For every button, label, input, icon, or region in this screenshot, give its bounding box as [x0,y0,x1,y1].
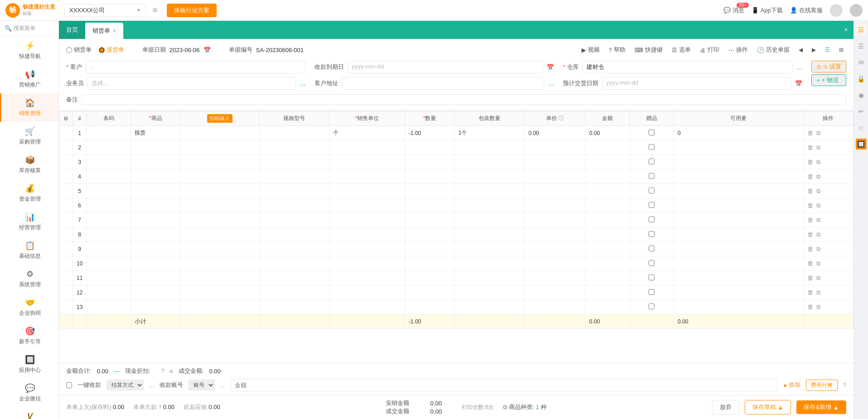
row-price-9[interactable] [524,256,585,271]
expense-help-icon[interactable]: ? [843,382,846,389]
video-button[interactable]: ▶ 视频 [579,44,602,55]
row-product-1[interactable] [131,140,180,155]
row-gift-2[interactable] [630,155,674,169]
row-settings-0[interactable] [59,126,73,140]
price-info-icon[interactable]: ⓘ [558,115,564,121]
tab-close-icon[interactable]: × [113,28,116,34]
shortcut-button[interactable]: ⌨ 快捷键 [632,44,665,55]
sidebar-item-member[interactable]: V 畅会员 [0,407,58,419]
row-unit-4[interactable] [329,184,405,198]
copy-row-icon-9[interactable]: ⧉ [816,260,820,267]
row-pack-qty-3[interactable] [455,169,525,184]
row-spec-4[interactable] [259,184,330,198]
arrears-info-icon[interactable]: ? [159,404,162,410]
col-scan[interactable]: 扫码录入 [180,111,259,126]
delete-row-icon-4[interactable]: 🗑 [807,188,813,194]
col-settings[interactable]: ⚙ [59,111,73,126]
form-settings-button[interactable]: ⊙ ⊙ 设置 [811,61,846,72]
try-industry-button[interactable]: 体验行业方案 [167,4,217,17]
calendar-icon[interactable]: 📅 [204,47,211,53]
row-unit-1[interactable] [329,140,405,155]
copy-row-icon-6[interactable]: ⧉ [816,217,820,223]
row-amount-4[interactable] [585,184,630,198]
row-unit-6[interactable] [329,213,405,227]
amount-input[interactable] [231,379,778,391]
row-settings-10[interactable] [59,271,73,285]
row-spec-2[interactable] [259,155,330,169]
right-sidebar-btn-3[interactable]: ✉ [856,57,867,68]
customer-addr-more-icon[interactable]: ... [548,79,554,87]
row-spec-0[interactable] [259,126,330,140]
sidebar-item-basics[interactable]: 📋 基础信息 [0,236,58,265]
logistics-button[interactable]: + + 物流 [811,74,846,86]
row-qty-9[interactable] [405,256,455,271]
copy-row-icon-4[interactable]: ⧉ [816,188,820,194]
row-gift-9[interactable] [630,256,674,271]
row-price-12[interactable] [524,300,585,314]
copy-row-icon-0[interactable]: ⧉ [816,130,820,136]
row-price-6[interactable] [524,213,585,227]
delete-row-icon-6[interactable]: 🗑 [807,217,813,223]
save-draft-button[interactable]: 保存草稿 ▲ [745,400,791,414]
notes-input[interactable] [82,94,846,105]
row-product-3[interactable] [131,169,180,184]
prev-button[interactable]: ◀ [796,45,805,54]
sidebar-item-marketing[interactable]: 📢 营销推广 [0,65,58,93]
right-sidebar-btn-8[interactable]: 🔲 [856,139,867,149]
row-price-10[interactable] [524,271,585,285]
sidebar-item-appstore[interactable]: 🔲 应用中心 [0,350,58,379]
copy-row-icon-3[interactable]: ⧉ [816,173,820,180]
row-pack-qty-10[interactable] [455,271,525,285]
row-spec-12[interactable] [259,300,330,314]
row-amount-7[interactable] [585,227,630,242]
history-button[interactable]: 🕐 历史单据 [754,44,792,55]
row-barcode-5[interactable] [87,198,131,213]
pay-method-select[interactable]: 结算方式 [107,380,144,390]
row-amount-2[interactable] [585,155,630,169]
row-pack-qty-2[interactable] [455,155,525,169]
tab-sales-order[interactable]: 销货单 × [85,23,123,39]
copy-row-icon-2[interactable]: ⧉ [816,159,820,165]
expected-date-input[interactable]: yyyy-mm-dd [602,77,791,90]
copy-row-icon-8[interactable]: ⧉ [816,246,820,252]
row-gift-0[interactable] [630,126,674,140]
print-button[interactable]: 🖨 打印 [697,44,722,55]
row-spec-3[interactable] [259,169,330,184]
row-amount-9[interactable] [585,256,630,271]
row-qty-3[interactable] [405,169,455,184]
delete-row-icon-8[interactable]: 🗑 [807,246,813,252]
delete-row-icon-5[interactable]: 🗑 [807,202,813,209]
row-spec-9[interactable] [259,256,330,271]
search-menu-button[interactable]: 🔍 搜索菜单 [0,21,58,36]
next-button[interactable]: ▶ [809,45,819,54]
row-pack-qty-9[interactable] [455,256,525,271]
row-product-4[interactable] [131,184,180,198]
row-unit-8[interactable] [329,242,405,256]
row-barcode-6[interactable] [87,213,131,227]
online-service-button[interactable]: 👤 在线客服 [790,6,823,14]
tab-home[interactable]: 首页 [59,21,85,39]
row-settings-6[interactable] [59,213,73,227]
row-unit-0[interactable]: 个 [329,126,405,140]
tab-bar-close-button[interactable]: × [839,21,853,39]
row-pack-qty-4[interactable] [455,184,525,198]
row-qty-11[interactable] [405,285,455,300]
copy-row-icon-10[interactable]: ⧉ [816,275,820,281]
row-price-11[interactable] [524,285,585,300]
sidebar-item-operations[interactable]: 📊 经营管理 [0,207,58,236]
pay-method-more-icon[interactable]: ... [149,382,154,389]
row-settings-2[interactable] [59,155,73,169]
row-price-7[interactable] [524,227,585,242]
delete-row-icon-0[interactable]: 🗑 [807,130,813,136]
row-unit-3[interactable] [329,169,405,184]
row-qty-8[interactable] [405,242,455,256]
delete-row-icon-7[interactable]: 🗑 [807,231,813,238]
row-barcode-3[interactable] [87,169,131,184]
copy-row-icon-7[interactable]: ⧉ [816,231,820,238]
account-select[interactable]: 账号 [189,380,215,390]
sidebar-item-finance[interactable]: 💰 资金管理 [0,179,58,207]
sidebar-item-purchase[interactable]: 🛒 采购管理 [0,122,58,150]
row-gift-11[interactable] [630,285,674,300]
one-click-pay-checkbox[interactable] [66,382,72,388]
row-pack-qty-7[interactable] [455,227,525,242]
